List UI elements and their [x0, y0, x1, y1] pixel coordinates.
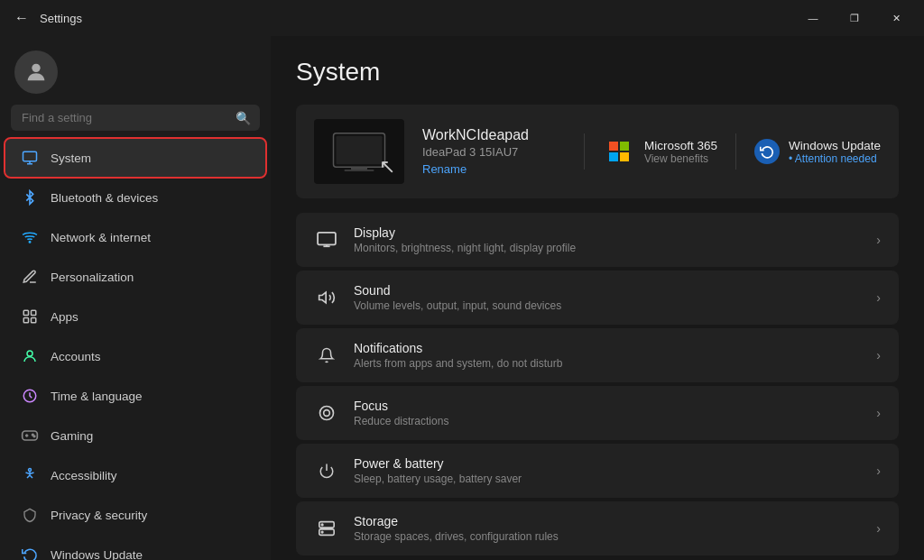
svg-point-24	[324, 410, 330, 417]
storage-subtitle: Storage spaces, drives, configuration ru…	[354, 530, 862, 543]
device-thumbnail: ↖	[314, 119, 404, 184]
ms365-action[interactable]: Microsoft 365 View benefits	[603, 135, 717, 168]
focus-icon	[314, 400, 339, 426]
focus-text: Focus Reduce distractions	[354, 399, 862, 427]
svg-point-23	[320, 407, 334, 420]
sound-chevron: ›	[876, 290, 881, 305]
gaming-icon	[20, 426, 40, 445]
sidebar-item-label-windows-update: Windows Update	[51, 548, 143, 561]
titlebar-title: Settings	[40, 12, 82, 25]
sidebar-item-windows-update[interactable]: Windows Update	[5, 536, 265, 560]
minimize-button[interactable]: —	[792, 4, 834, 32]
content-area: System ↖ WorkNCIdeapad IdeaPad 3 15IAU7 …	[271, 36, 924, 560]
settings-item-sound[interactable]: Sound Volume levels, output, input, soun…	[296, 271, 899, 325]
notifications-title: Notifications	[354, 341, 862, 355]
power-title: Power & battery	[354, 456, 862, 471]
svg-rect-18	[345, 170, 374, 171]
settings-item-power[interactable]: Power & battery Sleep, battery usage, ba…	[296, 444, 899, 498]
accessibility-icon	[20, 465, 40, 485]
sidebar-item-label-time: Time & language	[51, 390, 143, 403]
display-title: Display	[354, 225, 862, 240]
ms365-icon	[603, 135, 635, 168]
sidebar-item-label-gaming: Gaming	[51, 429, 93, 443]
power-chevron: ›	[876, 464, 881, 478]
sidebar-item-label-system: System	[51, 151, 91, 165]
sidebar-item-label-network: Network & internet	[51, 231, 151, 244]
ms365-subtitle: View benefits	[644, 152, 717, 165]
device-info: WorkNCIdeapad IdeaPad 3 15IAU7 Rename	[422, 127, 566, 176]
search-box[interactable]: 🔍	[11, 105, 260, 131]
qa-divider-1	[584, 133, 585, 170]
sidebar-item-time[interactable]: Time & language	[5, 377, 265, 415]
wu-subtitle: • Attention needed	[789, 152, 881, 165]
storage-icon	[314, 516, 339, 541]
svg-rect-6	[32, 318, 36, 323]
svg-point-28	[321, 524, 323, 526]
settings-item-notifications[interactable]: Notifications Alerts from apps and syste…	[296, 328, 899, 382]
svg-rect-3	[23, 310, 28, 315]
search-input[interactable]	[11, 105, 260, 131]
svg-point-7	[27, 351, 32, 356]
avatar	[14, 50, 58, 94]
maximize-button[interactable]: ❐	[834, 4, 875, 32]
rename-link[interactable]: Rename	[422, 162, 566, 176]
accounts-icon	[20, 346, 40, 366]
sidebar-item-gaming[interactable]: Gaming	[5, 417, 265, 454]
sound-title: Sound	[354, 283, 862, 298]
svg-point-2	[29, 242, 31, 243]
settings-item-display[interactable]: Display Monitors, brightness, night ligh…	[296, 213, 899, 267]
sidebar-item-label-privacy: Privacy & security	[51, 509, 147, 522]
display-subtitle: Monitors, brightness, night light, displ…	[354, 242, 862, 254]
sidebar-item-apps[interactable]: Apps	[5, 298, 265, 335]
device-name: WorkNCIdeapad	[422, 127, 566, 143]
storage-title: Storage	[354, 514, 862, 528]
wu-icon	[754, 139, 780, 164]
privacy-icon	[20, 505, 40, 525]
svg-point-14	[29, 469, 32, 472]
sidebar-item-privacy[interactable]: Privacy & security	[5, 496, 265, 534]
notifications-subtitle: Alerts from apps and system, do not dist…	[354, 357, 862, 370]
sound-icon	[314, 285, 339, 310]
svg-point-29	[321, 531, 323, 533]
settings-list: Display Monitors, brightness, night ligh…	[296, 213, 899, 555]
cursor-glyph: ↖	[379, 155, 395, 179]
notifications-text: Notifications Alerts from apps and syste…	[354, 341, 862, 370]
sidebar-item-network[interactable]: Network & internet	[5, 218, 265, 256]
close-button[interactable]: ✕	[875, 4, 917, 32]
display-chevron: ›	[876, 233, 881, 247]
network-icon	[20, 227, 40, 247]
system-icon	[20, 148, 40, 168]
power-icon	[314, 458, 339, 483]
ms365-text: Microsoft 365 View benefits	[644, 139, 717, 165]
storage-chevron: ›	[876, 521, 881, 536]
main-layout: 🔍 System Bluetooth & devices	[0, 36, 924, 560]
sidebar-item-accessibility[interactable]: Accessibility	[5, 456, 265, 494]
notifications-icon	[314, 343, 339, 368]
back-button[interactable]: ←	[11, 6, 32, 30]
windows-update-action[interactable]: Windows Update • Attention needed	[754, 139, 881, 165]
sidebar-item-accounts[interactable]: Accounts	[5, 337, 265, 375]
apps-icon	[20, 307, 40, 326]
sound-text: Sound Volume levels, output, input, soun…	[354, 283, 862, 312]
qa-divider-2	[735, 133, 736, 170]
sidebar-item-label-accounts: Accounts	[51, 350, 101, 363]
sidebar-item-bluetooth[interactable]: Bluetooth & devices	[5, 179, 265, 216]
svg-point-0	[32, 64, 40, 72]
svg-rect-17	[351, 167, 367, 170]
windows-update-icon	[20, 545, 40, 560]
search-icon: 🔍	[236, 111, 251, 125]
settings-item-storage[interactable]: Storage Storage spaces, drives, configur…	[296, 501, 899, 555]
sidebar-profile	[0, 36, 271, 105]
settings-item-focus[interactable]: Focus Reduce distractions ›	[296, 386, 899, 440]
svg-rect-1	[23, 151, 37, 161]
sidebar-item-system[interactable]: System	[5, 139, 265, 177]
sidebar-item-personalization[interactable]: Personalization	[5, 258, 265, 296]
sound-subtitle: Volume levels, output, input, sound devi…	[354, 299, 862, 312]
notifications-chevron: ›	[876, 348, 881, 363]
sidebar-item-label-accessibility: Accessibility	[51, 469, 117, 482]
bluetooth-icon	[20, 188, 40, 207]
focus-subtitle: Reduce distractions	[354, 415, 862, 427]
focus-title: Focus	[354, 399, 862, 413]
power-text: Power & battery Sleep, battery usage, ba…	[354, 456, 862, 485]
sidebar-item-label-apps: Apps	[51, 310, 79, 324]
